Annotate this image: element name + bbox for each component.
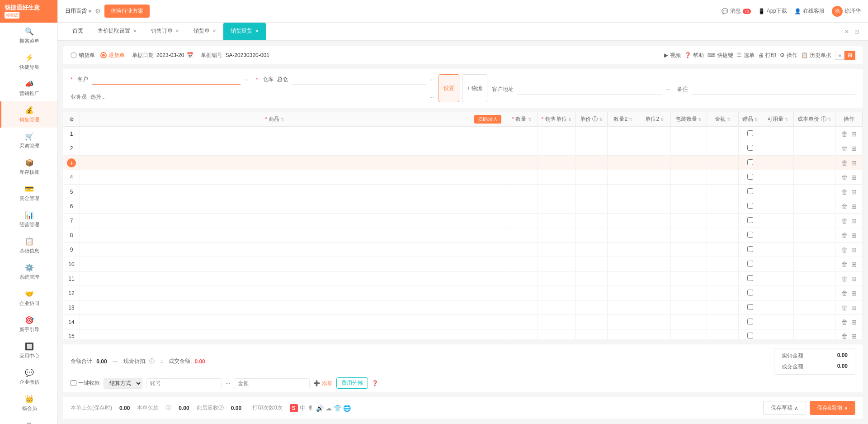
- cost-cell[interactable]: [794, 141, 835, 156]
- gift-checkbox[interactable]: [747, 159, 753, 165]
- delete-btn[interactable]: 🗑: [840, 187, 849, 196]
- delete-btn[interactable]: 🗑: [840, 318, 849, 327]
- tab-close-icon[interactable]: ✕: [212, 29, 216, 33]
- qty2-cell[interactable]: [607, 127, 639, 141]
- tab-sales-return[interactable]: 销货退货 ✕: [223, 23, 266, 40]
- sidebar-item-system[interactable]: ⚙️ 系统管理: [0, 259, 57, 285]
- delete-btn[interactable]: 🗑: [840, 202, 849, 211]
- gift-cell[interactable]: [738, 156, 762, 170]
- sidebar-item-basic[interactable]: 📋 基础信息: [0, 233, 57, 259]
- delete-btn[interactable]: 🗑: [840, 144, 849, 153]
- calendar-icon[interactable]: 📅: [187, 52, 193, 58]
- table-view-btn[interactable]: ⊞: [844, 51, 855, 60]
- sort-icon[interactable]: ⇅: [828, 117, 831, 122]
- customer-dots[interactable]: ···: [244, 76, 249, 83]
- account-input[interactable]: [146, 378, 222, 388]
- qty-cell[interactable]: [506, 156, 538, 170]
- unit2-cell[interactable]: [639, 156, 670, 170]
- action-operate[interactable]: ⚙ 操作: [780, 51, 797, 60]
- expand-tab-icon[interactable]: ⊡: [853, 29, 861, 35]
- sort-icon[interactable]: ⇅: [568, 117, 572, 122]
- settings-bottom-icon[interactable]: ⚙: [26, 421, 32, 424]
- discount-help-icon[interactable]: ⓘ: [149, 357, 155, 365]
- sidebar-item-sales[interactable]: 💰 销售管理: [0, 101, 57, 128]
- sort-icon[interactable]: ⇅: [660, 117, 664, 122]
- action-shortcut[interactable]: ⌨ 快捷键: [708, 51, 733, 60]
- delete-btn[interactable]: 🗑: [840, 158, 849, 167]
- amount-cell[interactable]: [707, 127, 738, 141]
- price-cell[interactable]: [576, 141, 607, 156]
- unit-cell[interactable]: [538, 141, 576, 156]
- delete-btn[interactable]: 🗑: [840, 303, 849, 312]
- sort-icon[interactable]: ⇅: [698, 117, 702, 122]
- add-row-btn[interactable]: +: [67, 158, 76, 167]
- tab-sales-order[interactable]: 销售订单 ✕: [144, 23, 186, 40]
- tool-icon-5[interactable]: 👕: [334, 405, 341, 412]
- user-info[interactable]: 徐 徐泽华: [832, 6, 861, 17]
- delete-btn[interactable]: 🗑: [840, 245, 849, 254]
- sidebar-item-member[interactable]: 👑 畅会员: [0, 390, 57, 416]
- sort-icon[interactable]: ⇅: [785, 117, 788, 122]
- amount-cell[interactable]: [707, 156, 738, 170]
- tab-home[interactable]: 首页: [65, 23, 90, 40]
- qty2-cell[interactable]: [607, 156, 639, 170]
- delete-btn[interactable]: 🗑: [840, 129, 849, 138]
- amount-input[interactable]: [234, 378, 310, 388]
- product-cell[interactable]: [80, 141, 470, 156]
- copy-btn[interactable]: ⊞: [850, 202, 858, 211]
- tool-icon-6[interactable]: 🌐: [343, 405, 351, 412]
- copy-btn[interactable]: ⊞: [850, 144, 858, 153]
- tool-icon-3[interactable]: 🔊: [316, 405, 324, 412]
- close-tab-icon[interactable]: ✕: [843, 29, 851, 35]
- sidebar-item-search[interactable]: 🔍 搜索菜单: [0, 23, 57, 49]
- copy-btn[interactable]: ⊞: [850, 274, 858, 283]
- grid-view-btn[interactable]: ≡: [835, 51, 844, 60]
- sort-icon[interactable]: ⇅: [727, 117, 731, 122]
- copy-btn[interactable]: ⊞: [850, 318, 858, 327]
- account-dots[interactable]: ···: [226, 380, 230, 386]
- tool-icon-4[interactable]: ☁: [326, 405, 332, 412]
- remark-input[interactable]: [692, 84, 855, 95]
- app-download-btn[interactable]: 📱 App下载: [758, 7, 787, 15]
- pack-cell[interactable]: [670, 156, 707, 170]
- copy-btn[interactable]: ⊞: [850, 187, 858, 196]
- message-btn[interactable]: 💬 消息 70: [722, 7, 751, 15]
- sidebar-item-operation[interactable]: 📊 经营管理: [0, 206, 57, 233]
- copy-btn[interactable]: ⊞: [850, 129, 858, 138]
- tab-close-icon-active[interactable]: ✕: [255, 29, 259, 33]
- one-click-pay-check[interactable]: [71, 380, 76, 386]
- unit2-cell[interactable]: [639, 141, 670, 156]
- copy-btn[interactable]: ⊞: [850, 231, 858, 240]
- tool-icon-2[interactable]: 🎙: [308, 405, 314, 412]
- delete-btn[interactable]: 🗑: [840, 216, 849, 225]
- tab-close-icon[interactable]: ✕: [133, 29, 137, 33]
- delete-btn[interactable]: 🗑: [840, 231, 849, 240]
- daily-selector[interactable]: 日用百货 ▾: [65, 7, 91, 15]
- address-input[interactable]: [517, 84, 662, 95]
- save-new-btn[interactable]: 保存&新增 ∧: [810, 401, 855, 415]
- delete-btn[interactable]: 🗑: [840, 289, 849, 298]
- delete-btn[interactable]: 🗑: [840, 332, 849, 339]
- salesperson-input[interactable]: [90, 92, 426, 102]
- topbar-settings-icon[interactable]: ⚙: [95, 8, 101, 15]
- sort-icon[interactable]: ⇅: [281, 117, 284, 122]
- customer-input[interactable]: [92, 74, 241, 85]
- price-cell[interactable]: [576, 127, 607, 141]
- action-history[interactable]: 📋 历史单据: [801, 51, 831, 60]
- gift-cell[interactable]: [738, 141, 762, 156]
- copy-btn[interactable]: ⊞: [850, 216, 858, 225]
- warehouse-input[interactable]: [292, 74, 426, 85]
- th-settings[interactable]: ⚙: [63, 112, 80, 127]
- radio-sales[interactable]: 销货单: [71, 52, 95, 59]
- available-cell[interactable]: [762, 141, 794, 156]
- online-service-btn[interactable]: 👤 在线客服: [794, 7, 825, 15]
- gift-cell[interactable]: [738, 127, 762, 141]
- sidebar-item-shortcut[interactable]: ⚡ 快捷导航: [0, 49, 57, 75]
- product-cell[interactable]: [80, 127, 470, 141]
- fee-split-btn[interactable]: 费用分摊: [336, 377, 368, 389]
- product-input[interactable]: [84, 160, 466, 166]
- copy-btn[interactable]: ⊞: [850, 260, 858, 269]
- one-click-pay-checkbox[interactable]: 一键收款: [71, 379, 100, 387]
- scan-btn[interactable]: 扫码录入: [474, 115, 501, 124]
- copy-btn[interactable]: ⊞: [850, 245, 858, 254]
